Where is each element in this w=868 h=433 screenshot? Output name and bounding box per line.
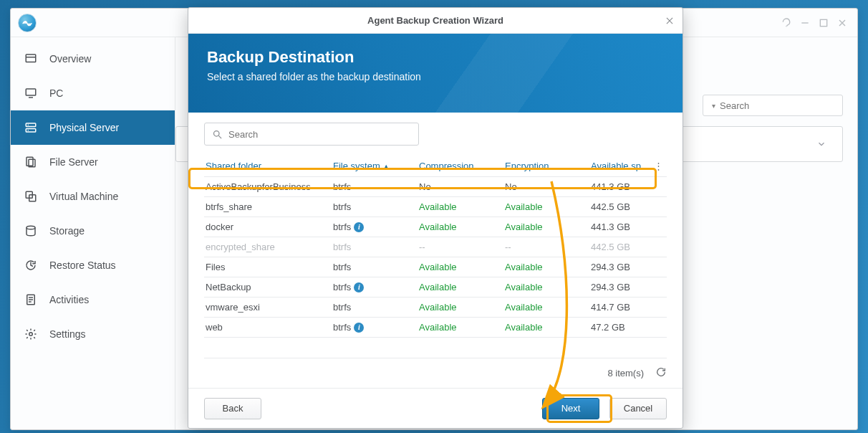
modal-header: Backup Destination Select a shared folde…	[188, 34, 683, 113]
modal-actions: Back Next Cancel	[188, 388, 683, 428]
svg-rect-0	[801, 22, 808, 23]
sidebar-item-storage[interactable]: Storage	[11, 214, 175, 248]
sidebar-item-pc[interactable]: PC	[11, 76, 175, 110]
col-shared-folder[interactable]: Shared folder	[206, 161, 333, 171]
modal-body: Shared folder File system▲ Compression E…	[188, 113, 683, 388]
modal-title-text: Agent Backup Creation Wizard	[367, 15, 503, 26]
info-icon[interactable]: i	[354, 323, 364, 333]
back-button[interactable]: Back	[204, 398, 261, 419]
modal-titlebar: Agent Backup Creation Wizard	[188, 8, 683, 34]
main-search[interactable]: ▾	[703, 95, 843, 116]
cell-available: 294.3 GB	[591, 282, 654, 292]
header-title: Backup Destination	[207, 48, 664, 67]
cell-compression: Available	[419, 222, 505, 232]
cell-available: 414.7 GB	[591, 302, 654, 313]
table-row: encrypted_sharebtrfs----442.5 GB	[204, 237, 667, 257]
sidebar-item-virtual-machine[interactable]: Virtual Machine	[11, 179, 175, 214]
wizard-modal: Agent Backup Creation Wizard Backup Dest…	[188, 7, 683, 429]
physical-server-icon	[22, 120, 39, 135]
cell-compression: Available	[419, 322, 505, 333]
cell-encryption: Available	[505, 201, 591, 212]
svg-rect-4	[26, 89, 36, 95]
table-row[interactable]: ActiveBackupforBusinessbtrfsNoNo441.3 GB	[204, 177, 667, 197]
table-row[interactable]: dockerbtrfsiAvailableAvailable441.3 GB	[204, 217, 667, 237]
main-search-input[interactable]	[720, 100, 840, 111]
table-row[interactable]: btrfs_sharebtrfsAvailableAvailable442.5 …	[204, 197, 667, 217]
sidebar-item-physical-server[interactable]: Physical Server	[11, 110, 175, 145]
table-row[interactable]: NetBackupbtrfsiAvailableAvailable294.3 G…	[204, 277, 667, 298]
cell-compression: Available	[419, 282, 505, 292]
next-button[interactable]: Next	[542, 398, 599, 419]
reload-button[interactable]	[655, 366, 667, 380]
cell-filesystem: btrfsi	[333, 222, 419, 232]
svg-rect-1	[820, 19, 826, 26]
col-available[interactable]: Available sp...	[591, 161, 654, 171]
columns-menu-icon[interactable]: ⋮	[654, 161, 665, 171]
cell-folder: vmware_esxi	[206, 302, 333, 313]
item-count: 8 item(s)	[607, 368, 644, 379]
svg-point-9	[28, 130, 29, 131]
cell-filesystem: btrfs	[333, 262, 419, 272]
cell-folder: ActiveBackupforBusiness	[206, 181, 333, 192]
sidebar-item-label: File Server	[49, 156, 98, 168]
close-icon	[665, 16, 675, 26]
cell-available: 442.5 GB	[591, 201, 654, 212]
sidebar-item-overview[interactable]: Overview	[11, 42, 175, 76]
table-row[interactable]: webbtrfsiAvailableAvailable47.2 GB	[204, 318, 667, 338]
sidebar-item-settings[interactable]: Settings	[11, 317, 175, 351]
svg-rect-6	[26, 123, 36, 127]
svg-rect-10	[26, 157, 33, 166]
table-footer: 8 item(s)	[204, 358, 667, 388]
table-row[interactable]: vmware_esxibtrfsAvailableAvailable414.7 …	[204, 298, 667, 318]
search-icon	[212, 129, 223, 140]
close-icon[interactable]	[834, 15, 850, 31]
cell-folder: Files	[206, 262, 333, 272]
activities-icon	[22, 292, 39, 307]
maximize-icon[interactable]	[816, 15, 831, 31]
folders-table: Shared folder File system▲ Compression E…	[204, 156, 667, 338]
svg-point-19	[29, 333, 33, 336]
restore-status-icon	[22, 258, 39, 272]
col-compression[interactable]: Compression	[419, 161, 505, 171]
table-row[interactable]: FilesbtrfsAvailableAvailable294.3 GB	[204, 257, 667, 277]
cell-folder: NetBackup	[206, 282, 333, 292]
settings-icon	[22, 327, 39, 341]
sidebar-item-label: Settings	[49, 328, 86, 340]
cancel-button[interactable]: Cancel	[609, 398, 667, 419]
sidebar-item-label: Virtual Machine	[49, 191, 118, 202]
svg-point-22	[214, 130, 220, 136]
cell-filesystem: btrfsi	[333, 322, 419, 333]
sidebar-item-label: PC	[49, 87, 63, 99]
modal-close-button[interactable]	[662, 14, 677, 28]
sidebar-item-restore-status[interactable]: Restore Status	[11, 248, 175, 282]
cell-available: 441.3 GB	[591, 181, 654, 192]
header-subtitle: Select a shared folder as the backup des…	[207, 71, 664, 82]
help-icon[interactable]	[778, 15, 794, 31]
sidebar-item-label: Restore Status	[49, 260, 116, 271]
cell-available: 294.3 GB	[591, 262, 654, 272]
cell-available: 441.3 GB	[591, 222, 654, 232]
folder-search[interactable]	[204, 123, 419, 146]
col-encryption[interactable]: Encryption	[505, 161, 591, 171]
cell-folder: btrfs_share	[206, 201, 333, 212]
sidebar-item-activities[interactable]: Activities	[11, 282, 175, 317]
minimize-icon[interactable]	[797, 15, 813, 31]
chevron-down-icon: ▾	[712, 102, 715, 110]
folder-search-input[interactable]	[228, 129, 411, 140]
sidebar-item-file-server[interactable]: File Server	[11, 145, 175, 179]
cell-encryption: Available	[505, 282, 591, 292]
svg-point-14	[26, 226, 35, 229]
svg-point-8	[28, 125, 29, 126]
cell-encryption: --	[505, 242, 591, 252]
chevron-down-icon	[816, 139, 826, 149]
app-logo-icon	[18, 14, 37, 32]
reload-icon	[655, 366, 667, 378]
sort-asc-icon: ▲	[383, 163, 390, 170]
info-icon[interactable]: i	[354, 222, 364, 232]
info-icon[interactable]: i	[354, 282, 364, 292]
pc-icon	[22, 86, 39, 100]
sidebar-item-label: Overview	[49, 53, 91, 65]
col-file-system[interactable]: File system▲	[333, 161, 419, 171]
cell-filesystem: btrfs	[333, 302, 419, 313]
file-server-icon	[22, 155, 39, 169]
